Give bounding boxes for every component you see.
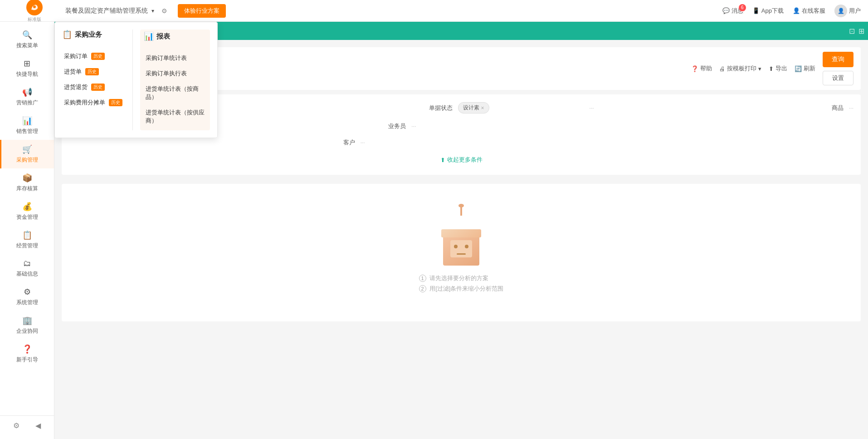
sidebar-label-operation: 经营管理 (16, 242, 38, 250)
query-btn[interactable]: 查询 (823, 52, 853, 67)
basic-icon: 🗂 (23, 259, 31, 268)
tab-maximize-btn[interactable]: ⊞ (858, 27, 864, 35)
purchase-dropdown-menu: 📋 采购业务 采购订单 历史 进货单 历史 进货退货 历史 采购费用分摊单 历史 (54, 22, 218, 138)
sidebar-item-enterprise[interactable]: 🏢 企业协同 (0, 311, 54, 340)
message-btn[interactable]: 💬 消息 6 (722, 7, 743, 15)
sidebar: 🔍 搜索菜单 ⊞ 快捷导航 📢 营销推广 📊 销售管理 🛒 采购管理 📦 库存核… (0, 22, 54, 439)
empty-state: 1 请先选择要分析的方案 2 用[过滤]条件来缩小分析范围 (62, 184, 861, 321)
settings-icon[interactable]: ⚙ (158, 5, 171, 17)
empty-box-lid (441, 229, 481, 237)
sidebar-label-sales: 销售管理 (16, 128, 38, 135)
purchase-col-icon: 📋 (62, 30, 72, 39)
sidebar-item-system[interactable]: ⚙ 系统管理 (0, 282, 54, 311)
dropdown-item-inbound-stats-supplier[interactable]: 进货单统计表（按供应商） (144, 105, 207, 128)
enterprise-icon: 🏢 (22, 316, 32, 326)
salesman-ellipsis[interactable]: ··· (411, 123, 416, 129)
print-dropdown-icon: ▾ (758, 65, 761, 72)
status-tag-close[interactable]: × (481, 105, 484, 111)
settings-btn[interactable]: 设置 (823, 71, 853, 85)
dropdown-item-inbound[interactable]: 进货单 历史 (62, 64, 125, 79)
marketing-icon: 📢 (22, 87, 32, 97)
inventory-icon: 📦 (22, 173, 32, 183)
sidebar-item-sales[interactable]: 📊 销售管理 (0, 111, 54, 140)
tabs-right-controls: ⊡ ⊞ (849, 27, 864, 35)
sidebar-item-operation[interactable]: 📋 经营管理 (0, 226, 54, 254)
print-btn[interactable]: 🖨 按模板打印 ▾ (719, 64, 761, 73)
top-bar: 标准版 装餐及固定资产辅助管理系统 ▾ ⚙ 体验行业方案 💬 消息 6 📱 Ap… (0, 0, 868, 22)
help-btn[interactable]: ❓ 帮助 (691, 64, 712, 73)
filter-row-3: 客户 ··· (69, 138, 853, 147)
dropdown-col-report: 📊 报表 采购订单统计表 采购订单执行表 进货单统计表（按商品） 进货单统计表（… (140, 30, 210, 130)
status-ellipsis[interactable]: ··· (590, 105, 594, 111)
empty-eye-left (454, 245, 458, 248)
product-label: 商品 (832, 104, 844, 112)
print-label: 按模板打印 (727, 64, 756, 73)
sidebar-item-guide[interactable]: ❓ 新手引导 (0, 340, 54, 368)
product-ellipsis[interactable]: ··· (849, 105, 853, 111)
dropdown-item-inbound-return[interactable]: 进货退货 历史 (62, 79, 125, 95)
sidebar-label-basic: 基础信息 (16, 270, 38, 278)
sidebar-label-purchase: 采购管理 (16, 156, 38, 164)
order-stats-label: 采购订单统计表 (146, 54, 187, 62)
customer-ellipsis[interactable]: ··· (361, 139, 365, 146)
export-icon: ⬆ (769, 65, 774, 72)
dropdown-item-inbound-stats-product[interactable]: 进货单统计表（按商品） (144, 81, 207, 105)
guide-icon: ❓ (22, 344, 32, 354)
search-icon: 🔍 (22, 30, 32, 40)
dropdown-item-purchase-expense[interactable]: 采购费用分摊单 历史 (62, 95, 125, 110)
report-col-title: 报表 (156, 32, 170, 41)
sidebar-item-purchase[interactable]: 🛒 采购管理 (0, 140, 54, 168)
sidebar-item-finance[interactable]: 💰 资金管理 (0, 197, 54, 226)
sidebar-item-marketing[interactable]: 📢 营销推广 (0, 83, 54, 111)
sidebar-item-search[interactable]: 🔍 搜索菜单 (0, 25, 54, 54)
inbound-label: 进货单 (64, 68, 82, 76)
top-right-area: 💬 消息 6 📱 App下载 👤 在线客服 👤 用户 (722, 5, 861, 17)
inbound-return-history-badge: 历史 (91, 84, 105, 91)
logo-subtitle: 标准版 (28, 16, 41, 23)
app-download-btn[interactable]: 📱 App下载 (752, 7, 784, 15)
customer-label: 客户 (343, 138, 355, 147)
sidebar-item-quicknav[interactable]: ⊞ 快捷导航 (0, 54, 54, 83)
dropdown-col-purchase-header: 📋 采购业务 (62, 30, 125, 43)
tab-restore-btn[interactable]: ⊡ (849, 27, 855, 35)
status-tag[interactable]: 设计素 × (458, 102, 489, 113)
sidebar-settings-btn[interactable]: ⚙ (13, 421, 20, 430)
export-btn[interactable]: ⬆ 导出 (769, 64, 787, 73)
dropdown-cols: 📋 采购业务 采购订单 历史 进货单 历史 进货退货 历史 采购费用分摊单 历史 (62, 30, 210, 130)
empty-illustration (429, 211, 493, 266)
finance-icon: 💰 (22, 202, 32, 212)
empty-hints: 1 请先选择要分析的方案 2 用[过滤]条件来缩小分析范围 (419, 273, 504, 294)
inbound-stats-product-label: 进货单统计表（按商品） (146, 85, 205, 101)
sidebar-bottom: ⚙ ◀ (0, 415, 54, 435)
empty-mouth (457, 253, 466, 255)
sidebar-collapse-btn[interactable]: ◀ (35, 421, 41, 430)
collapse-label: 收起更多条件 (447, 156, 483, 164)
industry-btn[interactable]: 体验行业方案 (178, 4, 226, 18)
empty-antenna-top (458, 204, 464, 207)
online-service-btn[interactable]: 👤 在线客服 (793, 7, 825, 15)
sidebar-label-enterprise: 企业协同 (16, 327, 38, 335)
dropdown-col-purchase: 📋 采购业务 采购订单 历史 进货单 历史 进货退货 历史 采购费用分摊单 历史 (62, 30, 125, 130)
title-dropdown-arrow[interactable]: ▾ (151, 8, 154, 14)
sidebar-label-finance: 资金管理 (16, 213, 38, 221)
sidebar-label-guide: 新手引导 (16, 356, 38, 364)
salesman-label: 业务员 (388, 122, 406, 130)
sidebar-label-marketing: 营销推广 (16, 99, 38, 107)
dropdown-item-order-exec[interactable]: 采购订单执行表 (144, 66, 207, 81)
phone-icon: 📱 (752, 7, 760, 14)
user-btn[interactable]: 👤 用户 (834, 5, 861, 17)
sidebar-item-basic[interactable]: 🗂 基础信息 (0, 254, 54, 282)
sidebar-item-inventory[interactable]: 📦 库存核算 (0, 168, 54, 197)
online-service-label: 在线客服 (802, 7, 825, 15)
system-title-text: 装餐及固定资产辅助管理系统 (65, 7, 148, 15)
refresh-btn[interactable]: 🔄 刷新 (795, 64, 815, 73)
collapse-icon: ⬆ (440, 157, 445, 163)
sidebar-label-inventory: 库存核算 (16, 185, 38, 192)
dropdown-item-order-stats[interactable]: 采购订单统计表 (144, 50, 207, 66)
dropdown-item-purchase-order[interactable]: 采购订单 历史 (62, 49, 125, 64)
status-tag-text: 设计素 (463, 104, 479, 112)
status-label: 单据状态 (429, 104, 453, 112)
dropdown-col-report-header: 📊 报表 (144, 31, 207, 45)
collapse-btn[interactable]: ⬆ 收起更多条件 (69, 152, 853, 168)
purchase-col-title: 采购业务 (75, 30, 102, 39)
